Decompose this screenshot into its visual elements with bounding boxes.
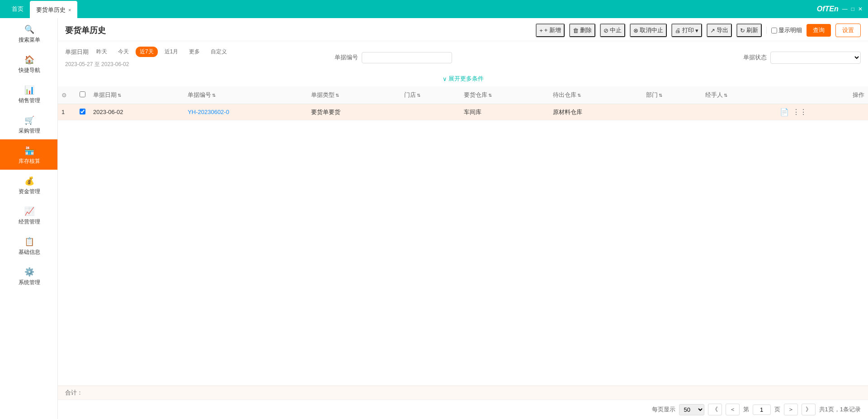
table-row: 1 2023-06-02 YH-20230602-0 要货单要货 车间库 原材料… xyxy=(58,104,868,120)
order-no-input[interactable] xyxy=(362,52,452,63)
window-controls: OfTEn — □ ✕ xyxy=(817,5,863,13)
page-title: 要货单历史 xyxy=(65,25,106,36)
th-store: 门店 ⇅ xyxy=(401,86,460,104)
table-config-icon[interactable]: ⚙ xyxy=(61,92,67,99)
order-no-label: 单据编号 xyxy=(335,53,358,62)
expand-conditions-button[interactable]: ∨ 展开更多条件 xyxy=(443,75,484,83)
delete-button[interactable]: 🗑 删除 xyxy=(569,24,595,37)
last-page-button[interactable]: 》 xyxy=(802,404,816,415)
sidebar-item-inventory[interactable]: 🏪 库存核算 xyxy=(0,139,57,170)
order-no-link[interactable]: YH-20230602-0 xyxy=(188,109,229,115)
home-icon: 🏠 xyxy=(24,55,34,65)
table-header: ⚙ 单据日期 ⇅ xyxy=(58,86,868,104)
display-detail-toggle[interactable]: 显示明细 xyxy=(771,26,802,34)
sort-icon-store: ⇅ xyxy=(417,93,420,98)
query-button[interactable]: 查询 xyxy=(807,24,831,37)
tab-home-label: 首页 xyxy=(12,5,24,13)
cell-action: 📄 ⋮⋮ xyxy=(776,104,868,120)
th-order-type: 单据类型 ⇅ xyxy=(307,86,400,104)
th-settings: ⚙ xyxy=(58,86,76,104)
cell-req-warehouse: 车间库 xyxy=(460,104,550,120)
status-select[interactable] xyxy=(770,52,861,64)
col-sort-handler[interactable]: 经手人 ⇅ xyxy=(705,91,773,99)
view-action-icon[interactable]: 📄 xyxy=(780,108,789,116)
sidebar-item-system[interactable]: ⚙️ 系统管理 xyxy=(0,261,57,291)
print-button[interactable]: 🖨 打印 ▾ xyxy=(671,24,702,37)
page-number-input[interactable] xyxy=(753,405,771,415)
col-sort-order-no[interactable]: 单据编号 ⇅ xyxy=(188,91,304,99)
tab-home[interactable]: 首页 xyxy=(5,0,30,18)
cell-date: 2023-06-02 xyxy=(90,104,184,120)
main-layout: 🔍 搜索菜单 🏠 快捷导航 📊 销售管理 🛒 采购管理 🏪 库存核算 💰 xyxy=(0,18,868,419)
cancel-suspend-button[interactable]: ⊗ 取消中止 xyxy=(630,24,667,37)
cell-no: 1 xyxy=(58,104,76,120)
first-page-button[interactable]: 《 xyxy=(708,404,722,415)
sidebar-item-purchase[interactable]: 🛒 采购管理 xyxy=(0,109,57,139)
settings-button[interactable]: 设置 xyxy=(835,24,861,37)
maximize-button[interactable]: □ xyxy=(851,6,854,12)
toolbar-divider xyxy=(766,27,767,34)
tab-close-icon[interactable]: × xyxy=(68,7,71,13)
tab-list: 首页 要货单历史 × xyxy=(5,0,77,18)
table-container: ⚙ 单据日期 ⇅ xyxy=(58,86,868,386)
sidebar-item-search[interactable]: 🔍 搜索菜单 xyxy=(0,18,57,48)
finance-icon: 💰 xyxy=(24,176,34,186)
tab-requisition-label: 要货单历史 xyxy=(36,6,66,14)
display-detail-checkbox[interactable] xyxy=(771,28,777,33)
date-btn-custom[interactable]: 自定义 xyxy=(207,47,231,57)
delete-icon: 🗑 xyxy=(573,27,579,34)
sidebar-item-basic-info[interactable]: 📋 基础信息 xyxy=(0,230,57,261)
cell-department xyxy=(642,104,702,120)
th-date: 单据日期 ⇅ xyxy=(90,86,184,104)
expand-row: ∨ 展开更多条件 xyxy=(65,73,861,86)
col-sort-pending-warehouse[interactable]: 待出仓库 ⇅ xyxy=(553,91,638,99)
sidebar-item-quick-nav[interactable]: 🏠 快捷导航 xyxy=(0,48,57,79)
operations-icon: 📈 xyxy=(24,206,34,216)
col-sort-department[interactable]: 部门 ⇅ xyxy=(646,91,698,99)
date-btn-1month[interactable]: 近1月 xyxy=(160,47,183,57)
suspend-button[interactable]: ⊘ 中止 xyxy=(600,24,625,37)
select-all-checkbox[interactable] xyxy=(80,91,85,97)
date-btn-7days[interactable]: 近7天 xyxy=(136,47,158,57)
sales-icon: 📊 xyxy=(24,85,34,95)
new-icon: + xyxy=(539,27,543,34)
table-footer: 合计： xyxy=(58,386,868,400)
close-button[interactable]: ✕ xyxy=(858,6,863,12)
prev-page-button[interactable]: ＜ xyxy=(726,404,740,415)
minimize-button[interactable]: — xyxy=(842,6,848,12)
new-button[interactable]: + + 新增 xyxy=(536,24,565,37)
col-sort-req-warehouse[interactable]: 要货仓库 ⇅ xyxy=(464,91,546,99)
th-pending-warehouse: 待出仓库 ⇅ xyxy=(549,86,642,104)
date-btn-more[interactable]: 更多 xyxy=(185,47,204,57)
refresh-button[interactable]: ↻ 刷新 xyxy=(736,24,762,37)
filter-bar: 单据日期 昨天 今天 近7天 近1月 更多 自定义 xyxy=(58,41,868,86)
expand-icon: ∨ xyxy=(443,76,447,82)
system-icon: ⚙️ xyxy=(24,267,34,277)
col-sort-date[interactable]: 单据日期 ⇅ xyxy=(93,91,180,99)
table-body: 1 2023-06-02 YH-20230602-0 要货单要货 车间库 原材料… xyxy=(58,104,868,120)
more-action-icon[interactable]: ⋮⋮ xyxy=(793,108,807,116)
sidebar-item-finance[interactable]: 💰 资金管理 xyxy=(0,170,57,200)
date-btn-today[interactable]: 今天 xyxy=(114,47,133,57)
col-sort-store[interactable]: 门店 ⇅ xyxy=(404,91,457,99)
basic-info-icon: 📋 xyxy=(24,237,34,247)
suspend-icon: ⊘ xyxy=(604,27,609,34)
export-button[interactable]: ↗ 导出 xyxy=(707,24,732,37)
next-page-button[interactable]: ＞ xyxy=(784,404,798,415)
cancel-suspend-icon: ⊗ xyxy=(633,27,638,34)
th-department: 部门 ⇅ xyxy=(642,86,702,104)
filter-row-1: 单据日期 昨天 今天 近7天 近1月 更多 自定义 xyxy=(65,47,861,68)
top-bar: 首页 要货单历史 × OfTEn — □ ✕ xyxy=(0,0,868,18)
per-page-select[interactable]: 50 10 20 100 xyxy=(679,404,704,415)
tab-requisition-history[interactable]: 要货单历史 × xyxy=(30,1,77,19)
row-checkbox[interactable] xyxy=(80,109,85,114)
inventory-icon: 🏪 xyxy=(24,146,34,156)
purchase-icon: 🛒 xyxy=(24,115,34,125)
date-btn-yesterday[interactable]: 昨天 xyxy=(92,47,111,57)
sidebar-item-operations[interactable]: 📈 经营管理 xyxy=(0,200,57,230)
col-sort-order-type[interactable]: 单据类型 ⇅ xyxy=(311,91,396,99)
sidebar-label-inventory: 库存核算 xyxy=(19,157,40,165)
date-range-display: 2023-05-27 至 2023-06-02 xyxy=(65,61,129,67)
sidebar-item-sales[interactable]: 📊 销售管理 xyxy=(0,79,57,109)
total-label: 合计： xyxy=(65,389,83,396)
